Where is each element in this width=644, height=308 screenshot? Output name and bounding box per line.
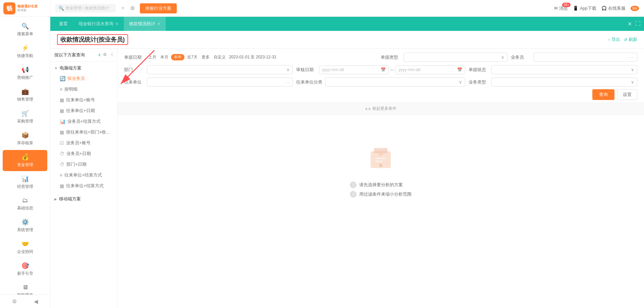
topbar-search-box: 🔍 资金管理 / 收款情况统计 (55, 4, 116, 12)
doc-status-label: 单据状态 (469, 67, 489, 73)
refresh-button[interactable]: ↺ 刷新 (624, 37, 637, 43)
scheme-item-salesperson-account[interactable]: ☑ 业务员+账号 (50, 138, 117, 148)
query-button[interactable]: 查询 (592, 89, 614, 100)
partner-select[interactable]: ··· (147, 78, 293, 87)
date-tab-this-month[interactable]: 本月 (159, 54, 170, 60)
sidebar-item-marketing[interactable]: 📢 营销推广 (3, 63, 47, 84)
scheme-item-salesperson-payment[interactable]: 📊 业务员+结算方式 (50, 116, 117, 127)
scheme-item-by-salesperson[interactable]: 🔄 按业务员 (50, 73, 117, 84)
messages-button[interactable]: ✉ 消息 99+ (554, 5, 568, 11)
salesperson-dots[interactable]: ··· (629, 55, 634, 60)
sidebar-item-shortcut[interactable]: ⚡ 快捷导航 (3, 41, 47, 62)
mobile-group-toggle[interactable]: ▶ 移动端方案 (50, 194, 117, 204)
refresh-icon: ↺ (624, 37, 627, 42)
online-service-button[interactable]: 🎧 在线客服 (601, 5, 626, 11)
doc-status-select[interactable]: ∨ (491, 65, 637, 74)
scheme-item-by-detail[interactable]: ≡ 按明细 (50, 84, 117, 95)
filter-action-row: 查询 设置 (124, 87, 637, 103)
scheme-item-partner-payment2[interactable]: ▦ 往来单位+结算方式 (50, 181, 117, 191)
svg-point-5 (379, 164, 382, 167)
window-maximize-button[interactable]: ⛶ (635, 21, 641, 27)
sidebar-item-purchase[interactable]: 🛒 采购管理 (3, 106, 47, 127)
date-tab-last-month[interactable]: 上月 (147, 54, 158, 60)
svg-point-2 (378, 150, 383, 156)
scheme-item-partner-date[interactable]: ▦ 往来单位+日期 (50, 105, 117, 116)
calendar-to-icon[interactable]: 📅 (457, 67, 462, 72)
logo-icon: 畅 (3, 2, 15, 14)
dept-select[interactable]: ∨ (147, 65, 293, 74)
sidebar-item-operation[interactable]: 📊 经营管理 (3, 172, 47, 193)
collapse-bar[interactable]: ∧∧ 收起更多条件 (117, 103, 644, 114)
doc-status-arrow: ∨ (631, 67, 634, 72)
sidebar-collapse-btn[interactable]: ◀ (34, 298, 38, 305)
tab-bank-flow[interactable]: 现金银行流水查询 ✕ (73, 17, 124, 31)
salesperson-label: 业务员 (511, 54, 531, 60)
sidebar-item-inventory[interactable]: 📦 库存核算 (3, 128, 47, 149)
message-icon: ✉ (554, 6, 558, 11)
date-tab-last-7-days[interactable]: 近7天 (186, 54, 199, 60)
filter-row-3: 往来单位 ··· 往来单位分类 ∨ (124, 78, 637, 87)
sidebar-item-system[interactable]: ⚙️ 系统管理 (3, 215, 47, 236)
filter-date-field: 单据日期 上月 本月 本年 近7天 更多 自定义 20 (124, 54, 377, 60)
salesperson-account-icon: ☑ (60, 140, 64, 146)
tab-collection-stats-close[interactable]: ✕ (157, 22, 160, 26)
business-type-select[interactable]: ∨ (491, 78, 637, 87)
guide-icon: 🎯 (21, 262, 29, 269)
right-panel: 单据日期 上月 本月 本年 近7天 更多 自定义 20 (117, 49, 644, 308)
empty-step-2: 2 用过滤条件来缩小分析范围 (350, 191, 412, 198)
partner-label: 往来单位 (124, 79, 144, 85)
salesperson-select[interactable]: ··· (534, 53, 638, 62)
trial-button[interactable]: 体验行业方案 (140, 3, 177, 13)
scheme-add-button[interactable]: + (98, 52, 101, 58)
sidebar-settings-btn[interactable]: ⚙ (12, 298, 17, 305)
scheme-settings-button[interactable]: ⚙ (103, 52, 107, 58)
scheme-collapse-button[interactable]: 《 (109, 52, 113, 58)
sidebar-item-finance[interactable]: 💰 资金管理 (3, 150, 47, 171)
partner-category-arrow: ∨ (459, 80, 462, 85)
review-date-to[interactable]: yyyy-mm-dd 📅 (395, 65, 465, 74)
filter-salesperson-field: 业务员 ··· (511, 53, 638, 62)
date-tab-custom[interactable]: 自定义 (212, 54, 227, 60)
tab-collection-stats[interactable]: 收款情况统计 ✕ (124, 17, 166, 31)
scheme-item-dept-date[interactable]: ⏱ 部门+日期 (50, 159, 117, 170)
date-tab-this-year[interactable]: 本年 (171, 54, 184, 60)
sidebar-item-basic[interactable]: 🗂 基础信息 (3, 194, 47, 214)
settings-button[interactable]: 设置 (617, 89, 637, 100)
tab-home[interactable]: 首页 (54, 17, 73, 31)
scheme-item-partner-dept[interactable]: ▦ 按往来单位+部门+收... (50, 127, 117, 138)
sidebar-item-search[interactable]: 🔍 搜索菜单 (3, 19, 47, 40)
scheme-header-title: 按以下方案查询 (54, 52, 85, 58)
review-date-label: 审核日期 (296, 67, 316, 73)
scheme-item-partner-payment1[interactable]: ≡ 往来单位+结算方式 (50, 170, 117, 181)
topbar-divider: ▼ (121, 6, 125, 11)
logo: 畅 畅捷通好生意 标准版 (0, 0, 50, 17)
enterprise-icon: 🤝 (21, 240, 29, 248)
download-icon: 📱 (573, 6, 578, 11)
business-type-label: 业务类型 (469, 79, 489, 85)
filter-doc-type-field: 单据类型 ∨ (381, 53, 507, 62)
user-info[interactable]: Rit (631, 6, 639, 11)
scheme-item-partner-account[interactable]: ▦ 往来单位+账号 (50, 95, 117, 105)
export-button[interactable]: ↑ 导出 (608, 37, 621, 43)
tab-bank-flow-close[interactable]: ✕ (115, 22, 118, 26)
sidebar-item-guide[interactable]: 🎯 新手引导 (3, 259, 47, 280)
date-tab-more[interactable]: 更多 (200, 54, 211, 60)
window-close-button[interactable]: ✕ (628, 21, 632, 27)
partner-dots[interactable]: ··· (284, 80, 290, 85)
doc-type-select[interactable]: ∨ (404, 53, 507, 62)
sidebar-item-enterprise[interactable]: 🤝 企业协同 (3, 237, 47, 258)
sidebar-item-hardware[interactable]: 🖥 智能硬件 (3, 280, 47, 295)
filter-partner-category-field: 往来单位分类 ∨ (296, 78, 465, 87)
date-range-text: 2023-01-01 至 2023-12-31 (229, 54, 276, 60)
shortcut-icon: ⚡ (21, 44, 29, 52)
app-download-button[interactable]: 📱 App下载 (573, 5, 596, 11)
partner-account-icon: ▦ (60, 97, 64, 103)
mobile-scheme-group: ▶ 移动端方案 (50, 193, 117, 205)
partner-category-select[interactable]: ∨ (325, 78, 465, 87)
review-date-from[interactable]: yyyy-mm-dd 📅 (319, 65, 389, 74)
scheme-item-salesperson-date[interactable]: ⏱ 业务员+日期 (50, 148, 117, 159)
topbar-settings-icon[interactable]: ⚙ (130, 5, 135, 11)
sidebar-item-sales[interactable]: 💼 销售管理 (3, 85, 47, 106)
calendar-from-icon[interactable]: 📅 (381, 67, 386, 72)
desktop-group-toggle[interactable]: ▼ 电脑端方案 (50, 63, 117, 73)
